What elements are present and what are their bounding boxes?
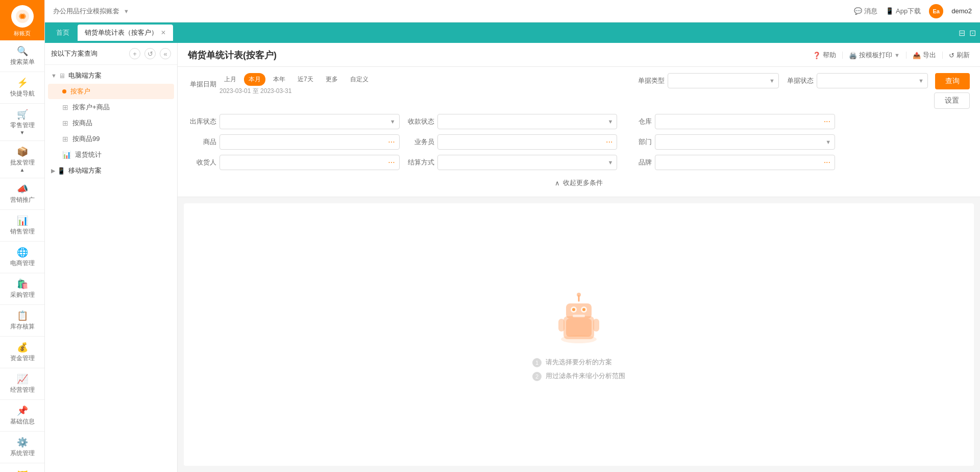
home-tab-label: 首页	[56, 28, 69, 37]
salesperson-input[interactable]: ···	[437, 134, 618, 150]
sidebar-item-label: 基础信息	[10, 417, 35, 426]
retail-icon: 🛒	[17, 109, 28, 120]
date-btn-this-month[interactable]: 本月	[244, 73, 265, 86]
tab-home[interactable]: 首页	[49, 25, 77, 41]
doc-status-select[interactable]	[817, 73, 928, 88]
tab-minimize-icon[interactable]: ⊟	[959, 28, 965, 38]
schema-item-by-customer-goods[interactable]: ⊞ 按客户+商品	[48, 100, 174, 115]
goods-input[interactable]: ···	[219, 134, 400, 150]
svg-rect-6	[593, 319, 599, 332]
tab-close-icon[interactable]: ✕	[161, 29, 166, 36]
sidebar-item-ecommerce[interactable]: 🌐 电商管理	[0, 242, 44, 273]
sidebar-item-label: 销售管理	[10, 227, 35, 236]
out-status-select[interactable]	[219, 114, 400, 129]
active-dot-icon	[62, 89, 66, 93]
brand-input[interactable]: ···	[655, 155, 835, 170]
date-btn-7days[interactable]: 近7天	[293, 73, 318, 86]
sidebar-item-label: 营销推广	[10, 196, 35, 204]
goods-label: 商品	[188, 137, 216, 147]
sidebar-item-purchase[interactable]: 🛍️ 采购管理	[0, 273, 44, 305]
date-btn-this-year[interactable]: 本年	[268, 73, 290, 86]
sidebar-item-enterprise[interactable]: 🤝 企业协同	[0, 463, 44, 472]
doc-type-select[interactable]	[668, 73, 779, 88]
query-btn[interactable]: 查询	[935, 73, 970, 89]
doc-status-select-wrapper: ▼	[817, 73, 928, 88]
mobile-expand-icon: ▶	[51, 168, 55, 174]
sidebar-item-search[interactable]: 🔍 搜索菜单	[0, 40, 44, 72]
warehouse-input[interactable]: ···	[655, 114, 835, 129]
date-range-text: 2023-03-01 至 2023-03-31	[219, 87, 373, 96]
messages-btn[interactable]: 💬 消息	[854, 7, 877, 16]
consignee-dots-icon: ···	[388, 158, 395, 167]
settings-btn[interactable]: 设置	[934, 92, 970, 109]
refresh-btn[interactable]: ↺ 刷新	[949, 51, 970, 60]
date-label: 单据日期	[188, 80, 216, 89]
schema-item-by-customer[interactable]: 按客户	[48, 84, 174, 99]
refresh-schema-btn[interactable]: ↺	[144, 48, 156, 59]
sidebar-item-label: 批发管理	[10, 158, 35, 167]
tab-sales-stat[interactable]: 销货单统计表（按客户） ✕	[78, 25, 173, 41]
sidebar-item-retail[interactable]: 🛒 零售管理 ▼	[0, 104, 44, 141]
finance-icon: 💰	[17, 342, 28, 353]
sidebar-item-basic[interactable]: 📌 基础信息	[0, 400, 44, 432]
sidebar-item-sales[interactable]: 📊 销售管理	[0, 210, 44, 242]
salesperson-label: 业务员	[406, 137, 434, 147]
schema-item-by-goods-99[interactable]: ⊞ 按商品99	[48, 131, 174, 147]
app-download-btn[interactable]: 📱 App下载	[886, 7, 921, 16]
filter-area: 单据日期 上月 本月 本年 近7天 更多 自定义 2023-03-01 至 20…	[178, 67, 980, 197]
schema-group-mobile-header[interactable]: ▶ 📱 移动端方案	[45, 163, 177, 178]
sidebar-item-label: 零售管理	[10, 121, 35, 130]
add-schema-btn[interactable]: +	[129, 48, 140, 59]
empty-state: 1 请先选择要分析的方案 2 用过滤条件来缩小分析范围	[184, 203, 974, 466]
sidebar-item-wholesale[interactable]: 📦 批发管理 ▲	[0, 141, 44, 178]
sidebar-item-inventory[interactable]: 📋 库存核算	[0, 305, 44, 337]
doc-type-select-wrapper: ▼	[668, 73, 779, 88]
svg-rect-4	[566, 319, 592, 337]
collapse-icon: ∧	[555, 179, 560, 187]
collapse-filter-btn[interactable]: ∧ 收起更多条件	[545, 175, 613, 191]
schema-item-label: 按客户	[70, 87, 90, 96]
app-download-label: App下载	[896, 7, 921, 16]
sidebar-item-label: 资金管理	[10, 354, 35, 363]
sidebar-item-finance[interactable]: 💰 资金管理	[0, 337, 44, 368]
schema-group-desktop-header[interactable]: ▼ 🖥 电脑端方案	[45, 68, 177, 83]
empty-tips: 1 请先选择要分析的方案 2 用过滤条件来缩小分析范围	[532, 358, 625, 381]
schema-item-label: 按客户+商品	[72, 103, 110, 112]
sidebar-item-marketing[interactable]: 📣 营销推广	[0, 178, 44, 210]
svg-rect-12	[573, 315, 585, 317]
username: demo2	[951, 7, 972, 15]
print-dropdown-icon[interactable]: ▼	[894, 52, 900, 58]
logo-icon	[11, 5, 34, 28]
tip-num-1: 1	[532, 358, 542, 367]
dept-select[interactable]	[655, 134, 835, 150]
date-btn-custom[interactable]: 自定义	[346, 73, 373, 86]
tip-text-2: 用过滤条件来缩小分析范围	[546, 371, 625, 381]
sidebar-item-label: 库存核算	[10, 322, 35, 331]
user-avatar[interactable]: Ea	[929, 4, 943, 18]
tab-maximize-icon[interactable]: ⊡	[969, 28, 976, 38]
sales-icon: 📊	[17, 215, 28, 226]
sidebar-item-operations[interactable]: 📈 经营管理	[0, 368, 44, 400]
settle-method-select[interactable]	[437, 155, 618, 170]
print-btn[interactable]: 🖨️ 按模板打印 ▼	[849, 51, 900, 60]
sidebar-item-label: 搜索菜单	[10, 58, 35, 66]
goods-icon: ⊞	[62, 119, 68, 127]
sidebar-item-system[interactable]: ⚙️ 系统管理	[0, 432, 44, 463]
help-btn[interactable]: ❓ 帮助	[813, 51, 836, 60]
wholesale-expand-arrow: ▲	[20, 167, 25, 173]
schema-item-return-stat[interactable]: 📊 退货统计	[48, 147, 174, 162]
sidebar-item-quicknav[interactable]: ⚡ 快捷导航	[0, 72, 44, 104]
customer-goods-icon: ⊞	[62, 103, 68, 111]
date-btn-last-month[interactable]: 上月	[219, 73, 241, 86]
return-stat-icon: 📊	[62, 151, 71, 159]
collapse-panel-btn[interactable]: «	[160, 48, 171, 59]
date-btn-more[interactable]: 更多	[321, 73, 342, 86]
export-icon: 📤	[913, 52, 921, 59]
export-btn[interactable]: 📤 导出	[913, 51, 936, 60]
schema-item-by-goods[interactable]: ⊞ 按商品	[48, 115, 174, 131]
tip-num-2: 2	[532, 372, 542, 381]
pay-status-select[interactable]	[437, 114, 618, 129]
consignee-input[interactable]: ···	[219, 155, 400, 170]
inventory-icon: 📋	[17, 310, 28, 321]
title-dropdown-icon[interactable]: ▼	[124, 8, 129, 14]
